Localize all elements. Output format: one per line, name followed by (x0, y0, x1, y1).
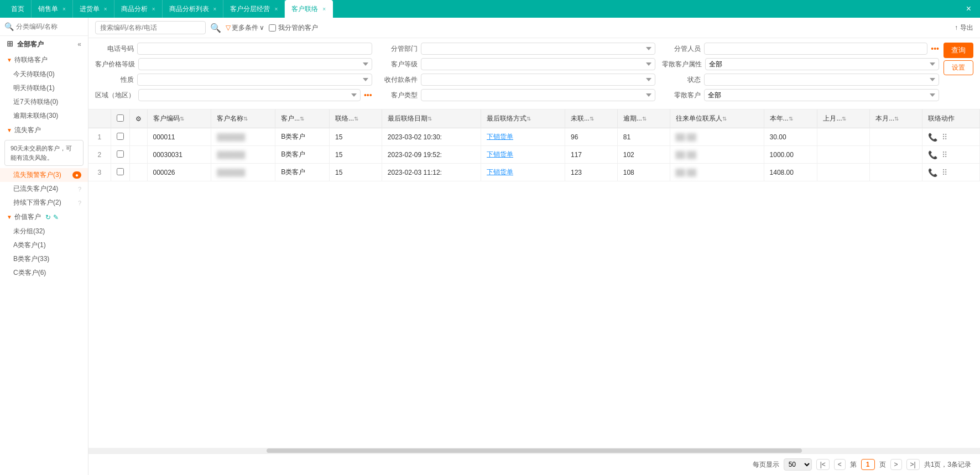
sidebar-item-churn-lost[interactable]: 已流失客户(24) ? (0, 182, 88, 196)
query-button[interactable]: 查询 (943, 43, 973, 58)
horizontal-scrollbar[interactable] (88, 448, 980, 453)
nav-tab-sales-label: 销售单 (38, 4, 58, 14)
row-checkbox-cell[interactable] (111, 146, 129, 164)
contact-way-link[interactable]: 下销货单 (487, 150, 513, 158)
th-unit-contact[interactable]: 往来单位联系人⇅ (670, 109, 764, 128)
sidebar-group-pending[interactable]: ▼ 待联络客户 (0, 53, 88, 67)
sidebar-item-7days[interactable]: 近7天待联络(0) (0, 95, 88, 109)
person-dots-icon[interactable]: ••• (931, 44, 939, 53)
customer-level-select[interactable] (421, 58, 656, 70)
close-customer-segment-icon[interactable]: × (274, 6, 278, 12)
dept-select[interactable] (421, 43, 656, 55)
sidebar-item-churn-declining[interactable]: 持续下滑客户(2) ? (0, 196, 88, 210)
th-last-contact-date[interactable]: 最后联络日期⇅ (382, 109, 481, 128)
export-button[interactable]: ↑ 导出 (955, 23, 973, 33)
row-action-icons[interactable]: 📞 ⠿ (922, 128, 980, 146)
sidebar-item-ungrouped[interactable]: 未分组(32) (0, 225, 88, 238)
prev-page-button[interactable]: < (834, 459, 846, 470)
sidebar-all-customers[interactable]: ⊞ 全部客户 « (0, 36, 88, 53)
region-dots-icon[interactable]: ••• (364, 91, 372, 100)
row-action-icons[interactable]: 📞 ⠿ (922, 164, 980, 181)
phone-action-icon[interactable]: 📞 (928, 168, 937, 177)
row-checkbox[interactable] (117, 168, 124, 175)
contact-way-link[interactable]: 下销货单 (487, 168, 513, 176)
row-last-contact-way[interactable]: 下销货单 (481, 146, 565, 164)
th-last-month[interactable]: 上月...⇅ (817, 109, 870, 128)
th-last-contact-way[interactable]: 最后联络方式⇅ (481, 109, 565, 128)
nav-tab-analysis-list[interactable]: 商品分析列表 × (163, 0, 224, 18)
sidebar-item-c-class[interactable]: C类客户(6) (0, 266, 88, 280)
th-this-month[interactable]: 本月...⇅ (870, 109, 922, 128)
contact-way-link[interactable]: 下销货单 (487, 133, 513, 140)
nav-tab-home[interactable]: 首页 (4, 0, 32, 18)
close-analysis-list-icon[interactable]: × (213, 6, 217, 12)
edit-icon[interactable]: ✎ (53, 213, 59, 221)
select-all-checkbox[interactable] (117, 114, 124, 122)
more-conditions-button[interactable]: ▽ 更多条件 ∨ (226, 23, 264, 33)
row-last-contact-way[interactable]: 下销货单 (481, 128, 565, 146)
sidebar-group-churn[interactable]: ▼ 流失客户 (0, 123, 88, 138)
row-last-contact-way[interactable]: 下销货单 (481, 164, 565, 181)
nav-tab-purchase[interactable]: 进货单 × (73, 0, 114, 18)
th-settings[interactable]: ⚙ (129, 109, 147, 128)
row-checkbox[interactable] (117, 133, 124, 140)
per-page-select[interactable]: 50 20 100 (784, 458, 812, 471)
close-sales-icon[interactable]: × (62, 6, 66, 12)
th-code[interactable]: 客户编码⇅ (147, 109, 211, 128)
settings-button[interactable]: 设置 (943, 60, 973, 75)
close-all-button[interactable]: × (962, 4, 976, 14)
payment-select[interactable] (421, 74, 656, 86)
person-input[interactable] (704, 43, 927, 55)
scrollbar-thumb[interactable] (267, 448, 801, 453)
sidebar-item-today[interactable]: 今天待联络(0) (0, 67, 88, 81)
sidebar-item-b-class[interactable]: B类客户(33) (0, 252, 88, 266)
more-action-icon[interactable]: ⠿ (942, 168, 947, 177)
nav-tab-analysis[interactable]: 商品分析 × (114, 0, 163, 18)
th-no-contact[interactable]: 未联...⇅ (565, 109, 617, 128)
last-page-button[interactable]: >| (906, 459, 920, 470)
row-action-icons[interactable]: 📞 ⠿ (922, 146, 980, 164)
phone-action-icon[interactable]: 📞 (928, 133, 937, 142)
row-checkbox[interactable] (117, 150, 124, 158)
sidebar-group-value[interactable]: ▼ 价值客户 ↻ ✎ (0, 210, 88, 225)
more-action-icon[interactable]: ⠿ (942, 133, 947, 142)
nav-tab-customer-segment[interactable]: 客户分层经营 × (223, 0, 285, 18)
search-input[interactable] (95, 21, 206, 34)
th-type[interactable]: 客户...⇅ (275, 109, 330, 128)
customer-type-select[interactable] (421, 89, 656, 101)
phone-action-icon[interactable]: 📞 (928, 150, 937, 159)
more-action-icon[interactable]: ⠿ (942, 150, 947, 159)
row-this-year: 1000.00 (764, 146, 817, 164)
retail-customer-select[interactable]: 全部 (704, 89, 939, 101)
sidebar-item-overdue[interactable]: 逾期未联络(30) (0, 109, 88, 123)
sidebar-item-churn-warning[interactable]: 流失预警客户(3) ● (0, 168, 88, 182)
sidebar-collapse-icon[interactable]: « (77, 40, 81, 48)
sidebar-item-tomorrow[interactable]: 明天待联络(1) (0, 81, 88, 95)
close-purchase-icon[interactable]: × (104, 6, 107, 12)
my-customers-checkbox[interactable] (269, 24, 276, 32)
next-page-button[interactable]: > (890, 459, 902, 470)
retail-attr-select[interactable]: 全部 (705, 58, 939, 70)
th-this-year[interactable]: 本年...⇅ (764, 109, 817, 128)
th-contact[interactable]: 联络...⇅ (330, 109, 382, 128)
close-analysis-icon[interactable]: × (152, 6, 155, 12)
first-page-button[interactable]: |< (816, 459, 830, 470)
th-name[interactable]: 客户名称⇅ (211, 109, 275, 128)
row-checkbox-cell[interactable] (111, 128, 129, 146)
nav-tab-sales[interactable]: 销售单 × (32, 0, 73, 18)
search-button[interactable]: 🔍 (210, 23, 221, 33)
my-customers-check[interactable]: 我分管的客户 (269, 23, 318, 33)
nav-tab-customer-link[interactable]: 客户联络 × (285, 0, 333, 18)
th-overdue[interactable]: 逾期...⇅ (617, 109, 670, 128)
close-customer-link-icon[interactable]: × (322, 6, 326, 12)
nature-select[interactable] (137, 74, 372, 86)
status-select[interactable] (704, 74, 939, 86)
region-select[interactable] (138, 89, 361, 101)
refresh-icon[interactable]: ↻ (45, 213, 51, 221)
price-level-select[interactable] (138, 58, 372, 70)
sidebar-search-input[interactable] (16, 23, 88, 30)
phone-input[interactable] (137, 43, 372, 55)
row-checkbox-cell[interactable] (111, 164, 129, 181)
sidebar-item-a-class[interactable]: A类客户(1) (0, 238, 88, 252)
th-checkbox[interactable] (111, 109, 129, 128)
